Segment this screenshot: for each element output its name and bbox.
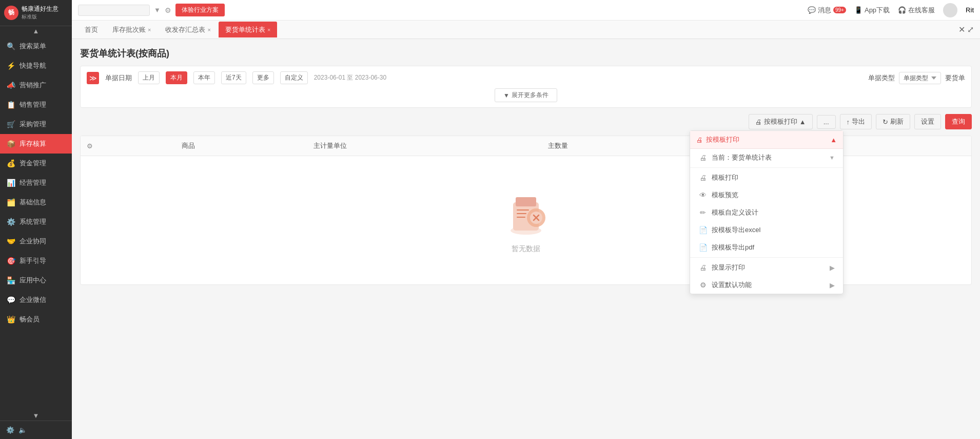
content-area: 要货单统计表(按商品) ≫ 单据日期 上月 本月 本年 近7天 更多 自定义 2… — [72, 39, 980, 439]
topbar-gear-icon[interactable]: ⚙ — [165, 6, 171, 14]
box-icon: 📦 — [6, 140, 15, 148]
date-btn-this-year[interactable]: 本年 — [193, 71, 215, 84]
printer-icon: 🖨 — [755, 118, 762, 126]
topbar-search-input[interactable] — [78, 5, 150, 16]
display-print-icon: 🖨 — [698, 263, 708, 272]
sidebar-item-operation[interactable]: 📊 经营管理 — [0, 173, 72, 193]
sidebar-item-cooperation[interactable]: 🤝 企业协同 — [0, 232, 72, 251]
tab-window-close-btn[interactable]: ✕ — [958, 25, 965, 34]
online-service-btn[interactable]: 🎧 在线客服 — [898, 6, 935, 15]
sidebar-item-system[interactable]: ⚙️ 系统管理 — [0, 212, 72, 232]
empty-icon — [500, 187, 552, 238]
sidebar-item-member[interactable]: 👑 畅会员 — [0, 310, 72, 329]
folder-icon: 🗂️ — [6, 198, 15, 206]
tabs-right-controls: ✕ ⤢ — [958, 25, 974, 34]
tab-order-stats[interactable]: 要货单统计表 × — [219, 22, 277, 37]
col-unit: 主计量单位 — [307, 136, 542, 156]
col-extra — [908, 136, 971, 156]
export-btn[interactable]: ↑ 导出 — [840, 114, 872, 129]
template-custom-item[interactable]: ✏ 模板自定义设计 — [690, 204, 843, 221]
sidebar: 畅 畅康通好生意 标准版 ▲ 🔍 搜索菜单 ⚡ 快捷导航 📣 营销推广 📋 销售… — [0, 0, 72, 439]
col-product: 商品 — [175, 136, 307, 156]
sidebar-footer: ⚙️ 🔈 — [0, 421, 72, 439]
user-avatar[interactable] — [943, 3, 957, 17]
date-btn-more[interactable]: 更多 — [252, 71, 274, 84]
divider-1 — [690, 167, 843, 168]
sidebar-item-shortcut[interactable]: ⚡ 快捷导航 — [0, 56, 72, 75]
sidebar-item-newbie[interactable]: 🎯 新手引导 — [0, 251, 72, 271]
expand-icon: ▼ — [503, 92, 509, 99]
template-preview-icon: 👁 — [698, 191, 708, 199]
empty-text: 暂无数据 — [512, 244, 540, 254]
logo-badge: 标准版 — [22, 13, 58, 21]
display-print-item[interactable]: 🖨 按显示打印 ▶ — [690, 259, 843, 276]
megaphone-icon: 📣 — [6, 81, 15, 89]
sidebar-scroll-down[interactable]: ▼ — [0, 410, 72, 421]
template-print-item[interactable]: 🖨 模板打印 — [690, 169, 843, 186]
main-area: ▼ ⚙ 体验行业方案 💬 消息 99+ 📱 App下载 🎧 在线客服 Rit 首… — [72, 0, 980, 439]
tab-home[interactable]: 首页 — [78, 22, 105, 37]
topbar-chevron-icon[interactable]: ▼ — [154, 6, 161, 14]
tab-close-order-stats[interactable]: × — [267, 27, 270, 33]
filter-collapse-btn[interactable]: ≫ — [87, 72, 99, 84]
template-export-pdf-item[interactable]: 📄 按模板导出pdf — [690, 239, 843, 256]
experience-btn[interactable]: 体验行业方案 — [175, 4, 225, 16]
divider-2 — [690, 257, 843, 258]
template-dropdown: 🖨 按模板打印 ▲ 🖨 当前：要货单统计表 ▼ 🖨 模板打印 👁 — [690, 130, 844, 294]
action-bar: 🖨 按模板打印 ▲ ... ↑ 导出 ↻ 刷新 设置 查询 — [80, 114, 972, 129]
refresh-btn[interactable]: ↻ 刷新 — [876, 114, 910, 129]
more-options-btn[interactable]: ... — [817, 115, 836, 129]
store-icon: 🏪 — [6, 276, 15, 284]
footer-audio-icon[interactable]: 🔈 — [18, 426, 27, 434]
notifications-btn[interactable]: 💬 消息 99+ — [808, 6, 846, 15]
template-current-item[interactable]: 🖨 当前：要货单统计表 ▼ — [690, 149, 843, 166]
date-btn-custom[interactable]: 自定义 — [280, 71, 308, 84]
template-preview-item[interactable]: 👁 模板预览 — [690, 186, 843, 204]
sidebar-item-basic[interactable]: 🗂️ 基础信息 — [0, 193, 72, 212]
chat-icon: 💬 — [6, 296, 15, 304]
tab-expand-btn[interactable]: ⤢ — [967, 25, 974, 34]
tab-inventory-batch[interactable]: 库存批次账 × — [106, 22, 158, 37]
default-function-item[interactable]: ⚙ 设置默认功能 ▶ — [690, 276, 843, 294]
template-excel-icon: 📄 — [698, 226, 708, 234]
filter-bar: ≫ 单据日期 上月 本月 本年 近7天 更多 自定义 2023-06-01 至 … — [80, 66, 972, 108]
date-btn-last-month[interactable]: 上月 — [138, 71, 160, 84]
type-filter-select[interactable]: 单据类型 要货单 — [899, 72, 941, 84]
clipboard-icon: 📋 — [6, 101, 15, 109]
expand-conditions-btn[interactable]: ▼ 展开更多条件 — [495, 88, 557, 102]
tab-receipt-summary[interactable]: 收发存汇总表 × — [159, 22, 217, 37]
crown-icon: 👑 — [6, 315, 15, 323]
template-dropdown-chevron-icon: ▲ — [830, 136, 837, 144]
tab-close-inventory-batch[interactable]: × — [148, 27, 151, 33]
export-icon: ↑ — [847, 118, 850, 126]
chart-icon: 📊 — [6, 179, 15, 187]
sidebar-item-appstore[interactable]: 🏪 应用中心 — [0, 271, 72, 290]
filter-right: 单据类型 单据类型 要货单 要货单 — [868, 72, 965, 84]
sidebar-item-inventory[interactable]: 📦 库存核算 — [0, 134, 72, 154]
tab-close-receipt-summary[interactable]: × — [207, 27, 210, 33]
footer-settings-icon[interactable]: ⚙️ — [6, 426, 14, 434]
app-download-btn[interactable]: 📱 App下载 — [854, 6, 890, 15]
table-settings-icon[interactable]: ⚙ — [87, 142, 93, 150]
sidebar-item-wechat[interactable]: 💬 企业微信 — [0, 290, 72, 310]
sidebar-item-sales[interactable]: 📋 销售管理 — [0, 95, 72, 114]
date-range-display: 2023-06-01 至 2023-06-30 — [314, 73, 386, 82]
template-dropdown-title: 🖨 按模板打印 — [696, 135, 739, 144]
date-btn-7days[interactable]: 近7天 — [221, 71, 246, 84]
template-dropdown-header[interactable]: 🖨 按模板打印 ▲ — [690, 131, 843, 149]
query-btn[interactable]: 查询 — [945, 114, 972, 129]
sidebar-item-finance[interactable]: 💰 资金管理 — [0, 154, 72, 173]
sidebar-item-purchase[interactable]: 🛒 采购管理 — [0, 114, 72, 134]
settings-action-btn[interactable]: 设置 — [914, 114, 941, 129]
cart-icon: 🛒 — [6, 120, 15, 128]
phone-icon: 📱 — [854, 6, 863, 14]
date-btn-this-month[interactable]: 本月 — [166, 71, 187, 84]
sidebar-scroll-up[interactable]: ▲ — [0, 26, 72, 36]
template-export-excel-item[interactable]: 📄 按模板导出excel — [690, 221, 843, 239]
sidebar-item-search[interactable]: 🔍 搜索菜单 — [0, 36, 72, 56]
search-icon: 🔍 — [6, 42, 15, 50]
filter-row: ≫ 单据日期 上月 本月 本年 近7天 更多 自定义 2023-06-01 至 … — [87, 71, 965, 84]
col-settings[interactable]: ⚙ — [81, 136, 175, 156]
sidebar-item-marketing[interactable]: 📣 营销推广 — [0, 75, 72, 95]
print-template-btn[interactable]: 🖨 按模板打印 ▲ — [749, 114, 813, 129]
